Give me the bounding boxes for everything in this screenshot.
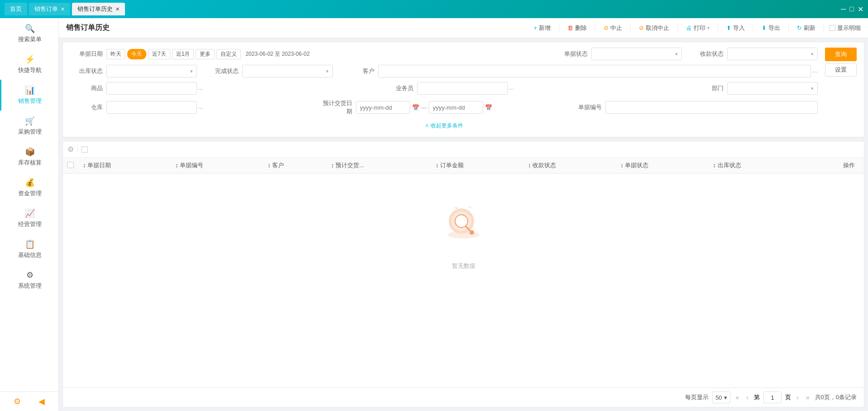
warehouse-more[interactable]: ··· xyxy=(198,104,204,111)
salesman-label: 业务员 xyxy=(381,84,417,92)
refresh-button[interactable]: ↻ 刷新 xyxy=(794,22,818,34)
new-label: 新增 xyxy=(539,24,551,32)
sidebar: 🔍 搜索菜单 ⚡ 快捷导航 📊 销售管理 🛒 采购管理 📦 库存核算 💰 资金管… xyxy=(0,18,59,411)
page-title: 销售订单历史 xyxy=(66,23,531,33)
page-header: 销售订单历史 + 新增 🗑 删除 ⊘ 中止 ⊘ xyxy=(59,18,868,38)
delete-button[interactable]: 🗑 删除 xyxy=(565,22,590,34)
page-size-arrow: ▾ xyxy=(724,394,727,401)
tab-home[interactable]: 首页 xyxy=(5,3,27,15)
sidebar-item-quicknav[interactable]: ⚡ 快捷导航 xyxy=(0,49,58,80)
delivery-start-input[interactable] xyxy=(356,101,410,114)
import-icon: ⬆ xyxy=(726,24,731,31)
select-all-checkbox[interactable] xyxy=(82,146,88,153)
stop-button[interactable]: ⊘ 中止 xyxy=(601,22,625,34)
payment-select[interactable]: ▾ xyxy=(727,48,818,60)
customer-more[interactable]: ··· xyxy=(812,68,818,75)
outbound-select[interactable]: ▾ xyxy=(106,65,197,77)
date-custom[interactable]: 自定义 xyxy=(216,49,241,59)
maximize-button[interactable]: □ xyxy=(849,5,854,13)
table-toolbar-divider xyxy=(77,146,78,153)
goods-more[interactable]: ··· xyxy=(198,85,204,92)
top-bar: 首页 销售订单 ✕ 销售订单历史 ✕ ─ □ ✕ xyxy=(0,0,868,18)
new-button[interactable]: + 新增 xyxy=(531,22,553,34)
import-button[interactable]: ⬆ 导入 xyxy=(724,22,748,34)
collapse-bar[interactable]: ∧ 收起更多条件 xyxy=(70,120,818,131)
th-customer-sort: ↕ xyxy=(268,162,272,169)
last-page-button[interactable]: » xyxy=(804,393,811,402)
filter-settings-button[interactable]: 设置 xyxy=(825,63,857,77)
table-select-all xyxy=(82,146,88,153)
svg-text:~: ~ xyxy=(468,203,472,210)
export-icon: ⬇ xyxy=(762,24,767,31)
empty-state: ~ ~ 暂无数据 xyxy=(63,174,864,297)
tab-sales-order-close[interactable]: ✕ xyxy=(61,6,65,12)
docnumber-input[interactable] xyxy=(605,101,818,114)
operations-icon: 📈 xyxy=(25,208,35,218)
quicknav-icon: ⚡ xyxy=(25,54,35,64)
table-area: ⚙ ↕ 单据日期 xyxy=(62,141,864,407)
dept-select-arrow: ▾ xyxy=(811,86,814,92)
date-yesterday[interactable]: 昨天 xyxy=(106,49,125,59)
salesman-more[interactable]: ··· xyxy=(508,85,514,92)
next-page-button[interactable]: › xyxy=(795,393,801,402)
sidebar-item-system[interactable]: ⚙ 系统管理 xyxy=(0,265,58,295)
tab-home-label: 首页 xyxy=(10,5,22,13)
sidebar-item-purchase[interactable]: 🛒 采购管理 xyxy=(0,111,58,141)
sidebar-item-system-label: 系统管理 xyxy=(18,282,42,290)
sidebar-item-sales[interactable]: 📊 销售管理 xyxy=(0,80,58,111)
date-7days[interactable]: 近7天 xyxy=(148,49,170,59)
finance-icon: 💰 xyxy=(25,178,35,188)
query-button[interactable]: 查询 xyxy=(825,48,857,61)
cancel-stop-label: 取消中止 xyxy=(646,24,669,32)
sidebar-item-inventory[interactable]: 📦 库存核算 xyxy=(0,141,58,172)
warehouse-input[interactable] xyxy=(106,101,197,114)
date-more[interactable]: 更多 xyxy=(196,49,215,59)
page-input[interactable] xyxy=(763,392,782,403)
th-doc-status: ↕ 单据状态 xyxy=(616,158,708,174)
dept-select[interactable]: ▾ xyxy=(727,82,818,95)
tab-sales-order-history[interactable]: 销售订单历史 ✕ xyxy=(72,3,125,15)
status-select[interactable]: ▾ xyxy=(591,48,682,60)
delivery-end-calendar-icon[interactable]: 📅 xyxy=(485,104,492,111)
sidebar-bottom: ⚙ ◀ xyxy=(0,392,58,411)
sidebar-item-finance[interactable]: 💰 资金管理 xyxy=(0,172,58,203)
display-toggle[interactable]: 显示明细 xyxy=(830,24,861,32)
sidebar-item-basics[interactable]: 📋 基础信息 xyxy=(0,234,58,265)
th-date-label: ↕ xyxy=(83,162,87,169)
complete-select[interactable]: ▾ xyxy=(242,65,333,77)
delivery-end-input[interactable] xyxy=(429,101,483,114)
goods-input[interactable] xyxy=(106,82,197,95)
divider-8 xyxy=(824,24,824,32)
tab-sales-order[interactable]: 销售订单 ✕ xyxy=(29,3,70,15)
customer-label: 客户 xyxy=(342,67,378,75)
customer-input[interactable] xyxy=(378,65,811,77)
sidebar-settings-icon[interactable]: ⚙ xyxy=(14,396,21,406)
table-settings-icon[interactable]: ⚙ xyxy=(67,145,74,154)
first-page-button[interactable]: « xyxy=(734,393,741,402)
tab-sales-order-history-close[interactable]: ✕ xyxy=(115,6,120,12)
prev-page-button[interactable]: ‹ xyxy=(744,393,750,402)
delivery-start-calendar-icon[interactable]: 📅 xyxy=(412,104,419,111)
th-checkbox xyxy=(63,158,78,174)
sidebar-toggle-icon[interactable]: ◀ xyxy=(38,396,45,406)
close-button[interactable]: ✕ xyxy=(858,5,863,14)
th-select-checkbox[interactable] xyxy=(67,162,74,168)
date-1month[interactable]: 近1月 xyxy=(172,49,194,59)
date-today[interactable]: 今天 xyxy=(127,49,146,59)
page-size-select[interactable]: 50 ▾ xyxy=(712,392,730,403)
salesman-input[interactable] xyxy=(417,82,508,95)
outbound-label: 出库状态 xyxy=(70,67,106,75)
print-icon: 🖨 xyxy=(686,24,692,31)
display-toggle-label: 显示明细 xyxy=(837,24,861,32)
import-label: 导入 xyxy=(733,24,745,32)
sidebar-item-operations[interactable]: 📈 经营管理 xyxy=(0,203,58,234)
sidebar-item-inventory-label: 库存核算 xyxy=(18,159,42,167)
export-button[interactable]: ⬇ 导出 xyxy=(759,22,783,34)
sidebar-item-search[interactable]: 🔍 搜索菜单 xyxy=(0,18,58,49)
display-toggle-checkbox[interactable] xyxy=(830,25,835,31)
inventory-icon: 📦 xyxy=(25,147,35,157)
minimize-button[interactable]: ─ xyxy=(841,5,846,13)
page-jump-label: 第 xyxy=(754,393,760,401)
print-button[interactable]: 🖨 打印 ▾ xyxy=(683,22,712,34)
cancel-stop-button[interactable]: ⊘ 取消中止 xyxy=(636,22,672,34)
